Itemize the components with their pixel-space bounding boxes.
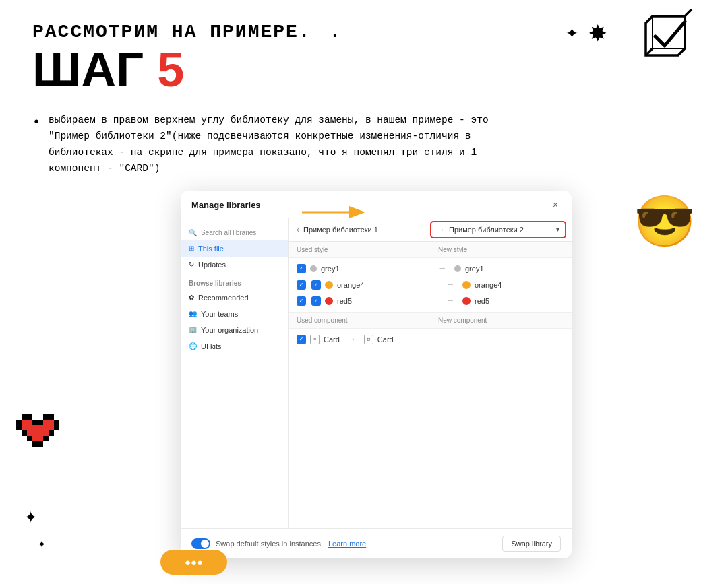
comp-row-card: ✓ ≡ Card → ⊟ Card (289, 331, 572, 348)
title-line2: ШАГ 5 (32, 45, 696, 94)
svg-rect-24 (54, 425, 59, 430)
svg-rect-31 (27, 436, 32, 441)
components-section-labels: Used component New component (289, 313, 572, 329)
svg-rect-9 (16, 420, 22, 425)
card-comp-icon: ≡ (310, 335, 320, 344)
modal-wrapper: Manage libraries × 🔍 Search all librarie… (100, 191, 572, 558)
style-row-orange4: ✓ ✓ orange4 → orange4 (289, 277, 572, 293)
toggle-knob (201, 540, 209, 548)
sidebar-item-this-file[interactable]: ⊞ This file (181, 240, 288, 257)
orange-action-button[interactable]: ●●● (160, 550, 227, 575)
recommended-label: Recommended (198, 294, 249, 302)
header-section: РАССМОТРИМ НА ПРИМЕРЕ. . ШАГ 5 ✦ ✸ (0, 0, 728, 104)
modal-right-content: ‹ Пример библиотеки 1 → Пример библиотек… (289, 218, 572, 528)
your-org-label: Your organization (201, 326, 258, 334)
lib-left-name: Пример библиотеки 1 (303, 226, 378, 234)
orange4-new-style: orange4 (462, 281, 564, 289)
red5-checkbox[interactable]: ✓ (297, 296, 306, 306)
pixel-heart-decoration (16, 414, 67, 465)
svg-rect-27 (32, 430, 38, 436)
sidebar-item-your-teams[interactable]: 👥 Your teams (181, 306, 288, 322)
svg-rect-33 (38, 436, 43, 441)
ui-kits-label: UI kits (201, 342, 222, 350)
star4-large-icon: ✸ (589, 13, 607, 50)
used-style-label: Used style (297, 246, 422, 253)
bottom-star1-icon: ✦ (24, 502, 46, 529)
modal-header: Manage libraries × (181, 191, 572, 218)
this-file-label: This file (198, 245, 224, 253)
search-label: Search all libraries (201, 229, 256, 236)
lib-right-header[interactable]: → Пример библиотеки 2 ▾ (430, 221, 566, 238)
svg-rect-19 (27, 425, 32, 430)
bullet-content: выбираем в правом верхнем углу библиотек… (49, 112, 520, 177)
red5-extra-checkbox[interactable]: ✓ (311, 296, 321, 306)
svg-rect-6 (27, 414, 32, 420)
svg-rect-14 (43, 420, 49, 425)
orange4-color-swatch (325, 281, 333, 289)
component-rows-container: ✓ ≡ Card → ⊟ Card (289, 329, 572, 350)
lib-right-name: Пример библиотеки 2 (449, 226, 524, 234)
deco-3d-box (639, 9, 698, 72)
new-style-label: New style (438, 246, 564, 253)
modal-close-button[interactable]: × (550, 200, 561, 211)
sidebar-item-recommended[interactable]: ✿ Recommended (181, 290, 288, 306)
file-icon: ⊞ (189, 245, 194, 252)
svg-rect-21 (38, 425, 43, 430)
red5-new-color-swatch (462, 297, 471, 305)
red5-color-swatch (325, 297, 333, 305)
bullet-text: • выбираем в правом верхнем углу библиот… (32, 112, 520, 177)
red5-new-style: red5 (462, 297, 564, 305)
card-new-style: ⊟ Card (364, 335, 564, 344)
bottom-stars-decoration: ✦ ✦ (24, 502, 46, 552)
swap-library-button[interactable]: Swap library (502, 536, 561, 552)
svg-rect-25 (22, 430, 27, 436)
orange-button-container: ●●● (160, 550, 227, 575)
modal-body: 🔍 Search all libraries ⊞ This file ↻ Upd… (181, 218, 572, 528)
svg-rect-26 (27, 430, 32, 436)
new-component-label: New component (438, 317, 564, 324)
card-new-comp-icon: ⊟ (364, 335, 373, 344)
swap-default-label: Swap default styles in instances. (216, 540, 323, 548)
grey1-checkbox[interactable]: ✓ (297, 264, 306, 273)
sidebar-item-ui-kits[interactable]: 🌐 UI kits (181, 338, 288, 354)
card-used-name: Card (324, 335, 340, 344)
style-rows-container: ✓ grey1 → grey1 (289, 258, 572, 313)
style-row-red5: ✓ ✓ red5 → red5 (289, 293, 572, 309)
svg-rect-16 (54, 420, 59, 425)
grey1-new-style: grey1 (454, 265, 564, 273)
search-all-libraries-item[interactable]: 🔍 Search all libraries (181, 225, 288, 240)
manage-libraries-modal: Manage libraries × 🔍 Search all librarie… (181, 191, 572, 558)
svg-rect-35 (32, 441, 38, 447)
sidebar-item-updates[interactable]: ↻ Updates (181, 257, 288, 273)
lib-left-arrow-icon: ‹ (297, 225, 299, 234)
step-number: 5 (157, 42, 184, 96)
footer-left: Swap default styles in instances. Learn … (191, 538, 366, 549)
svg-rect-12 (32, 420, 38, 425)
red5-new-name: red5 (475, 297, 564, 305)
sidebar-item-your-organization[interactable]: 🏢 Your organization (181, 322, 288, 338)
orange4-checkbox[interactable]: ✓ (297, 280, 306, 290)
svg-rect-5 (22, 414, 27, 420)
emoji-sunglasses-decoration: 😎 (634, 192, 696, 253)
svg-rect-7 (43, 414, 49, 420)
title-dot: . (329, 22, 342, 42)
team-icon: 👥 (189, 310, 197, 317)
bottom-star2-icon: ✦ (38, 535, 46, 552)
updates-label: Updates (198, 261, 226, 269)
svg-line-2 (685, 9, 692, 16)
grey1-used-name: grey1 (321, 265, 430, 273)
deco-stars-top-right: ✦ ✸ (566, 13, 607, 50)
used-component-label: Used component (297, 317, 422, 324)
swap-default-toggle[interactable] (191, 538, 210, 549)
modal-title: Manage libraries (191, 200, 261, 210)
recommended-icon: ✿ (189, 294, 194, 301)
svg-rect-28 (38, 430, 43, 436)
shag-label: ШАГ (32, 42, 157, 96)
svg-rect-8 (49, 414, 54, 420)
card-checkbox[interactable]: ✓ (297, 335, 306, 344)
learn-more-link[interactable]: Learn more (328, 540, 366, 548)
svg-rect-29 (43, 430, 49, 436)
orange4-extra-checkbox[interactable]: ✓ (311, 280, 321, 290)
style-arrow3-icon: → (442, 296, 458, 306)
star4-small-icon: ✦ (566, 20, 578, 44)
